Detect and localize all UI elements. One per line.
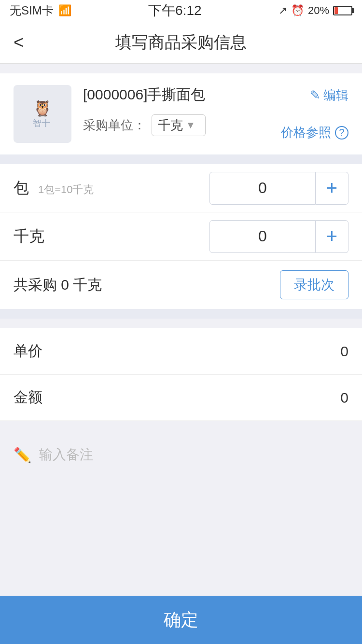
nav-bar: < 填写商品采购信息 <box>0 21 362 64</box>
kg-label: 千克 <box>14 226 209 247</box>
bao-input-row: 包 1包=10千克 0 + <box>0 164 362 212</box>
alarm-icon: ⏰ <box>291 4 304 17</box>
edit-label: 编辑 <box>323 87 348 104</box>
battery-fill <box>334 7 338 14</box>
amount-label: 金额 <box>14 388 42 407</box>
carrier-label: 无SIM卡 <box>10 3 54 18</box>
unit-price-label: 单价 <box>14 341 42 361</box>
product-name: [0000006]手撕面包 <box>83 85 348 105</box>
unit-value: 千克 <box>158 117 183 134</box>
bao-input[interactable]: 0 <box>209 172 316 205</box>
back-button[interactable]: < <box>14 32 24 53</box>
product-logo: 🦉 智十 <box>33 99 52 129</box>
unit-label: 采购单位： <box>83 117 146 134</box>
status-right: ↗ ⏰ 20% <box>278 4 352 17</box>
edit-icon: ✎ <box>310 88 320 103</box>
price-ref-label: 价格参照 <box>281 124 331 141</box>
pencil-icon: ✏️ <box>14 447 31 463</box>
dropdown-arrow-icon: ▼ <box>186 120 195 131</box>
amount-row: 金额 0 <box>0 375 362 421</box>
notes-section[interactable]: ✏️ 输入备注 <box>0 431 362 479</box>
bao-controls: 0 + <box>209 172 348 205</box>
status-bar: 无SIM卡 📶 下午6:12 ↗ ⏰ 20% <box>0 0 362 21</box>
summary-text: 共采购 0 千克 <box>14 275 102 295</box>
confirm-button[interactable]: 确定 <box>0 596 362 644</box>
battery-percent: 20% <box>308 4 329 17</box>
price-section: 单价 0 金额 0 <box>0 328 362 421</box>
product-card: 🦉 智十 [0000006]手撕面包 采购单位： 千克 ▼ ✎ 编辑 价格参照 … <box>0 73 362 154</box>
section-divider-2 <box>0 309 362 319</box>
kg-input-row: 千克 0 + <box>0 212 362 261</box>
notes-placeholder: 输入备注 <box>39 446 93 464</box>
status-time: 下午6:12 <box>148 1 202 20</box>
kg-input-section: 千克 0 + <box>0 212 362 261</box>
unit-price-value: 0 <box>340 343 348 360</box>
unit-select[interactable]: 千克 ▼ <box>152 114 206 136</box>
kg-controls: 0 + <box>209 220 348 253</box>
amount-value: 0 <box>340 390 348 406</box>
section-divider-1 <box>0 154 362 164</box>
bao-input-section: 包 1包=10千克 0 + <box>0 164 362 212</box>
location-icon: ↗ <box>278 4 287 17</box>
unit-price-row: 单价 0 <box>0 328 362 375</box>
product-image: 🦉 智十 <box>14 85 71 143</box>
wifi-icon: 📶 <box>58 4 71 17</box>
battery-icon <box>333 6 352 15</box>
edit-button[interactable]: ✎ 编辑 <box>310 87 348 104</box>
bao-sublabel: 1包=10千克 <box>38 183 94 196</box>
batch-button[interactable]: 录批次 <box>280 270 348 299</box>
status-left: 无SIM卡 📶 <box>10 3 71 18</box>
kg-input[interactable]: 0 <box>209 220 316 253</box>
summary-row: 共采购 0 千克 录批次 <box>0 261 362 309</box>
info-circle-icon: ? <box>335 126 348 140</box>
page-title: 填写商品采购信息 <box>115 31 247 54</box>
bao-label: 包 1包=10千克 <box>14 178 209 199</box>
bao-plus-button[interactable]: + <box>316 172 348 205</box>
kg-plus-button[interactable]: + <box>316 220 348 253</box>
price-ref-button[interactable]: 价格参照 ? <box>281 124 348 141</box>
